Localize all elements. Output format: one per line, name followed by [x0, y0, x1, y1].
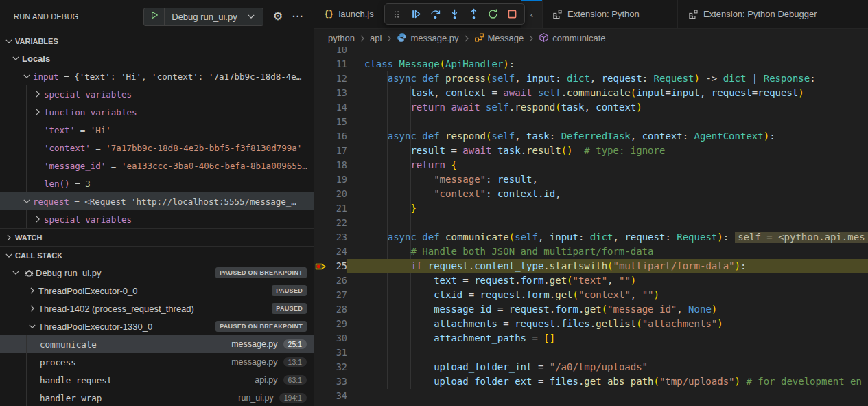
code-token: =	[462, 289, 480, 300]
chevron-right-icon[interactable]	[32, 106, 44, 117]
chevron-right-icon[interactable]	[32, 214, 44, 225]
stack-frame-row[interactable]: handle_requestapi.py63:1	[0, 371, 314, 389]
call-stack-row[interactable]: Debug run_ui.pyPAUSED ON BREAKPOINT	[0, 264, 314, 282]
variable-row[interactable]: request = <Request 'http://localhost:555…	[0, 192, 314, 210]
tab-label: launch.js	[338, 9, 373, 19]
stack-frame-row[interactable]: communicatemessage.py25:1	[0, 335, 314, 353]
code-token: (	[607, 260, 613, 271]
chevron-left-icon[interactable]: ‹	[530, 10, 533, 20]
breadcrumb-item-message-class[interactable]: Message	[474, 32, 524, 45]
indent-guide	[26, 157, 27, 174]
variable-row[interactable]: 'message_id' = 'ea133ccc-3ba0-406c-befa-…	[0, 157, 314, 174]
code-token: =	[486, 87, 503, 98]
variable-row[interactable]: 'context' = '7a17bb9c-18d8-4e2b-bbf5-f3f…	[0, 139, 314, 157]
code-token: "message_id"	[607, 304, 677, 315]
code-token: await	[503, 87, 532, 98]
code-token: (	[486, 73, 491, 84]
stack-frame-row[interactable]: processmessage.py13:1	[0, 353, 314, 371]
variable-text: <Request 'http://localhost:5555/message_…	[84, 196, 296, 207]
step-into-button[interactable]	[445, 5, 464, 23]
breadcrumb-item-api[interactable]: api	[370, 33, 382, 43]
toolbar-drag-grip[interactable]	[387, 5, 406, 23]
code-token: result	[497, 174, 532, 185]
glyph-margin	[314, 115, 328, 129]
more-actions-icon[interactable]: ···	[292, 12, 304, 21]
tab-extension-python[interactable]: Extension: Python	[542, 0, 678, 28]
code-token: :	[642, 73, 654, 84]
variable-row[interactable]: len() = 3	[0, 174, 314, 192]
continue-button[interactable]	[406, 5, 425, 23]
breadcrumb-item-message-py[interactable]: message.py	[397, 32, 458, 45]
variable-row[interactable]: Locals	[0, 49, 314, 67]
breadcrumb-item-communicate-method[interactable]: communicate	[539, 32, 605, 45]
breadcrumb-item-python[interactable]: python	[328, 33, 355, 43]
debug-config-label[interactable]: Debug run_ui.py	[165, 12, 244, 22]
debug-config-dropdown[interactable]: Debug run_ui.py	[143, 8, 263, 26]
chevron-down-icon[interactable]	[26, 321, 38, 332]
code-token: )	[503, 58, 508, 69]
code-token: def	[422, 131, 439, 142]
restart-button[interactable]	[483, 5, 502, 23]
chevron-down-icon[interactable]	[21, 71, 33, 82]
variable-text: 'ea133ccc-3ba0-406c-befa-8b1a009655…	[121, 161, 307, 171]
current-line-breakpoint-icon[interactable]	[314, 259, 328, 273]
variable-row[interactable]: input = {'text': 'Hi', 'context': '7a17b…	[0, 67, 314, 85]
indent-guide	[26, 353, 27, 371]
code-token: }	[410, 203, 416, 214]
line-number: 32	[328, 360, 347, 374]
code-token: ,	[538, 232, 550, 243]
indent-guide	[26, 335, 27, 353]
chevron-down-icon[interactable]	[10, 53, 22, 64]
code-token: input	[550, 232, 578, 243]
code-token: :	[683, 131, 694, 142]
call-stack-section-header[interactable]: CALL STACK	[0, 246, 314, 264]
stack-frame-row[interactable]: handler_wraprun_ui.py194:1	[0, 389, 314, 406]
chevron-right-icon[interactable]	[32, 89, 44, 100]
chevron-down-icon[interactable]	[10, 267, 22, 278]
variable-row[interactable]: special variables	[0, 85, 314, 103]
code-token: "attachments"	[642, 318, 718, 329]
code-token: ApiHandler	[445, 58, 503, 69]
code-token: (	[567, 275, 572, 286]
chevron-right-icon[interactable]	[26, 285, 38, 296]
chevron-down-icon[interactable]	[3, 36, 15, 47]
chevron-down-icon[interactable]	[21, 196, 33, 207]
line-number: 25	[328, 259, 347, 273]
call-stack-row[interactable]: ThreadPoolExecutor-0_0PAUSED	[0, 282, 314, 300]
code-token: request	[624, 232, 665, 243]
code-token: (	[486, 131, 491, 142]
gear-icon[interactable]: ⚙	[273, 11, 283, 22]
code-line: 13 task, context = await self.communicat…	[314, 86, 868, 100]
variable-text: 'text'	[44, 125, 75, 135]
chevron-down-icon[interactable]	[244, 11, 263, 22]
chevron-right-icon[interactable]	[3, 232, 15, 243]
code-token: get	[550, 275, 567, 286]
code-editor[interactable]: 1011class Message(ApiHandler):12 async d…	[314, 47, 868, 406]
chevron-right-icon[interactable]	[26, 303, 38, 314]
glyph-margin	[314, 331, 328, 346]
variable-row[interactable]: function variables	[0, 103, 314, 121]
variable-row[interactable]: special variables	[0, 210, 314, 228]
code-token: id	[543, 188, 555, 199]
start-debug-button[interactable]	[144, 8, 165, 25]
code-token: )	[798, 87, 804, 98]
code-token: =	[457, 275, 474, 286]
step-out-button[interactable]	[464, 5, 483, 23]
call-stack-row[interactable]: ThreadPoolExecutor-1330_0PAUSED ON BREAK…	[0, 317, 314, 335]
step-over-button[interactable]	[425, 5, 445, 23]
stop-button[interactable]	[502, 5, 521, 23]
code-line: 30 attachment_paths = []	[314, 331, 868, 346]
variable-row[interactable]: 'text' = 'Hi'	[0, 121, 314, 139]
code-token: )	[654, 289, 659, 300]
watch-section-header[interactable]: WATCH	[0, 228, 314, 246]
variables-section-header[interactable]: VARIABLES	[0, 33, 314, 49]
line-number: 13	[328, 86, 347, 100]
glyph-margin	[314, 288, 328, 302]
tab-extension-python-debugger[interactable]: Extension: Python Debugger	[679, 0, 868, 28]
call-stack-row[interactable]: Thread-1402 (process_request_thread)PAUS…	[0, 300, 314, 317]
chevron-down-icon[interactable]	[3, 250, 15, 261]
code-token: ,	[590, 73, 602, 84]
code-token: self	[492, 73, 515, 84]
frame-file: message.py	[231, 357, 277, 367]
code-token: context	[596, 102, 636, 113]
